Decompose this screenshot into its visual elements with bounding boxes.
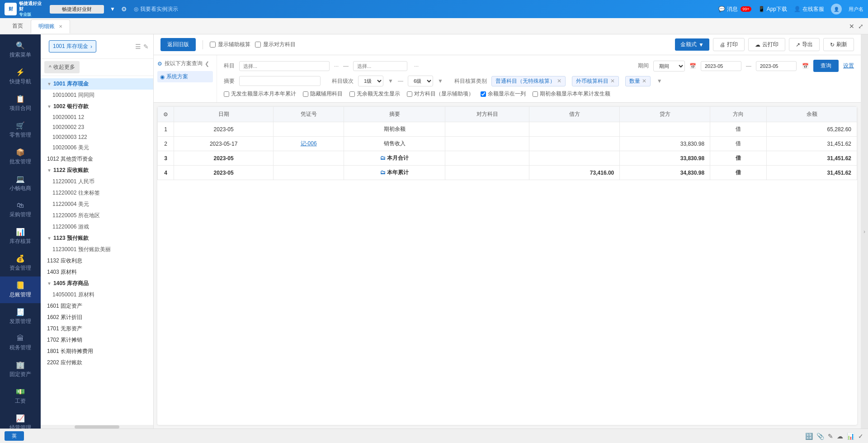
cloud-print-btn[interactable]: ☁ 云打印	[748, 38, 785, 51]
tree-node-14050001[interactable]: 14050001 原材料	[41, 289, 153, 300]
tree-node-1123[interactable]: ▼ 1123 预付账款	[41, 233, 153, 244]
tree-node-1601[interactable]: 1601 固定资产	[41, 300, 153, 312]
sidebar-item-purchase[interactable]: 🛍 采购管理	[0, 197, 41, 223]
settings-icon[interactable]: ⚙	[121, 5, 127, 13]
tree-node-10020003[interactable]: 10020003 122	[41, 132, 153, 142]
th-settings[interactable]: ⚙	[158, 107, 174, 122]
checkbox-hide-aux[interactable]: 隐藏辅用科目	[303, 90, 343, 98]
user-avatar[interactable]: 👤	[831, 4, 842, 14]
checkbox-no-balance[interactable]: 无余额无发生显示	[349, 90, 400, 98]
show-cumulative-checkbox[interactable]	[533, 91, 538, 97]
collapse-btn[interactable]: ^ 收起更多	[44, 61, 80, 73]
period-type-select[interactable]: 期间	[653, 61, 685, 71]
tree-node-1002[interactable]: ▼ 1002 银行存款	[41, 101, 153, 112]
sidebar-item-invoice[interactable]: 🧾 发票管理	[0, 303, 41, 330]
sidebar-item-project[interactable]: 📋 项目合同	[0, 90, 41, 117]
sidebar-item-salary[interactable]: 💵 工资	[0, 383, 41, 410]
tree-node-11230001[interactable]: 11230001 预付账款美丽	[41, 244, 153, 255]
tab-detail[interactable]: 明细账 ✕	[31, 19, 70, 33]
system-scheme-btn[interactable]: ◉ 系统方案	[157, 71, 213, 82]
level-end-select[interactable]: 6级	[408, 76, 433, 86]
bottom-icon-attach[interactable]: 📎	[816, 433, 824, 440]
amount-mode-btn[interactable]: 金额式 ▼	[675, 38, 709, 51]
tree-node-1122[interactable]: ▼ 1122 应收账款	[41, 165, 153, 176]
bottom-icon-edit[interactable]: ✎	[828, 433, 833, 440]
back-old-version-btn[interactable]: 返回旧版	[160, 38, 196, 51]
query-btn[interactable]: 查询	[813, 60, 839, 72]
tree-node-11220005[interactable]: 11220005 所在地区	[41, 210, 153, 221]
demo-link[interactable]: ◎ 我要看实例演示	[134, 5, 178, 13]
sidebar-item-tax[interactable]: 🏛 税务管理	[0, 330, 41, 356]
sidebar-item-capital[interactable]: 💰 资金管理	[0, 250, 41, 276]
sidebar-item-inventory[interactable]: 📊 库存核算	[0, 223, 41, 250]
print-btn[interactable]: 🖨 打印	[713, 38, 745, 51]
summary-input[interactable]	[239, 76, 321, 86]
hide-aux-checkbox[interactable]	[303, 91, 308, 97]
lang-btn[interactable]: 英	[5, 431, 24, 441]
tab-close-icon[interactable]: ✕	[59, 24, 62, 29]
tree-node-11220002[interactable]: 11220002 往来标签	[41, 187, 153, 199]
tree-node-1403[interactable]: 1403 原材料	[41, 267, 153, 278]
tab-close-btn[interactable]: ✕	[849, 23, 854, 30]
online-service-btn[interactable]: 👤 在线客服	[794, 5, 824, 13]
tree-node-10020006[interactable]: 10020006 美元	[41, 142, 153, 153]
tree-node-10020001[interactable]: 10020001 12	[41, 112, 153, 122]
tree-node-1602[interactable]: 1602 累计折旧	[41, 312, 153, 323]
period-end-input[interactable]	[756, 61, 797, 71]
tab-expand-btn[interactable]: ⤢	[858, 23, 863, 30]
sidebar-item-biz[interactable]: 📈 经营管理	[0, 410, 41, 429]
level-start-select[interactable]: 1级	[358, 76, 383, 86]
tree-node-10020002[interactable]: 10020002 23	[41, 122, 153, 132]
show-contra-checkbox[interactable]	[255, 42, 261, 48]
subject-input[interactable]	[239, 61, 330, 71]
sidebar-item-search[interactable]: 🔍 搜索菜单	[0, 37, 41, 63]
balance-one-col-checkbox[interactable]	[481, 91, 486, 97]
scheme-settings-icon[interactable]: ⚙	[157, 61, 162, 67]
tree-node-1405[interactable]: ▼ 1405 库存商品	[41, 278, 153, 289]
bottom-icon-cloud[interactable]: ☁	[837, 433, 843, 440]
tree-node-1012[interactable]: 1012 其他货币资金	[41, 153, 153, 165]
subject-input-2[interactable]	[353, 61, 407, 71]
category-dropdown-icon[interactable]: ▼	[657, 78, 662, 84]
row-voucher[interactable]: 记-006	[274, 137, 344, 151]
export-btn[interactable]: ↗ 导出	[789, 38, 820, 51]
filter-settings-btn[interactable]: 设置	[843, 62, 854, 70]
tree-node-1132[interactable]: 1132 应收利息	[41, 255, 153, 267]
tree-node-1702[interactable]: 1702 累计摊销	[41, 334, 153, 346]
sidebar-item-wholesale[interactable]: 📦 批发管理	[0, 143, 41, 170]
tag-close-icon-2[interactable]: ✕	[610, 78, 615, 84]
bottom-icon-chart[interactable]: 📊	[847, 433, 854, 440]
tab-home[interactable]: 首页	[5, 19, 31, 33]
tree-node-1701[interactable]: 1701 无形资产	[41, 323, 153, 334]
checkbox-no-occur[interactable]: 无发生额显示本月本年累计	[224, 90, 296, 98]
tree-node-1801[interactable]: 1801 长期待摊费用	[41, 346, 153, 357]
tree-node-11220004[interactable]: 11220004 美元	[41, 199, 153, 210]
no-balance-checkbox[interactable]	[349, 91, 355, 97]
show-aux-checkbox[interactable]	[210, 42, 216, 48]
window-dropdown-icon[interactable]: ▼	[110, 6, 115, 12]
period-calendar-icon[interactable]: 📅	[689, 63, 696, 69]
tree-node-2202[interactable]: 2202 应付账款	[41, 357, 153, 368]
tree-edit-icon[interactable]: ✎	[143, 43, 149, 50]
tag-close-icon-1[interactable]: ✕	[557, 78, 561, 84]
period-start-input[interactable]	[701, 61, 741, 71]
tree-node-11220001[interactable]: 11220001 人民币	[41, 176, 153, 187]
sidebar-item-assets[interactable]: 🏢 固定资产	[0, 356, 41, 383]
no-occur-checkbox[interactable]	[224, 91, 229, 97]
right-panel-toggle[interactable]: ›	[861, 34, 868, 429]
checkbox-show-cumulative[interactable]: 期初余额显示本年累计发生额	[533, 90, 610, 98]
sidebar-item-shortcut[interactable]: ⚡ 快捷导航	[0, 63, 41, 90]
show-contra-filter-checkbox[interactable]	[407, 91, 412, 97]
message-btn[interactable]: 💬 消息 99+	[718, 5, 751, 13]
checkbox-balance-one-col[interactable]: 余额显示在一列	[481, 90, 526, 98]
scheme-panel-collapse-icon[interactable]: ❮	[205, 61, 209, 67]
tag-close-icon-3[interactable]: ✕	[642, 78, 646, 84]
sidebar-item-retail[interactable]: 🛒 零售管理	[0, 117, 41, 143]
tree-selected-node[interactable]: 1001 库存现金 ›	[49, 40, 96, 52]
tree-settings-icon[interactable]: ☰	[135, 43, 141, 50]
tree-node-1001[interactable]: ▼ 1001 库存现金	[41, 78, 153, 90]
sidebar-item-ecommerce[interactable]: 💻 小畅电商	[0, 170, 41, 197]
bottom-icon-check[interactable]: ✓	[858, 433, 863, 440]
sidebar-item-ledger[interactable]: 📒 总账管理	[0, 276, 41, 303]
checkbox-show-contra[interactable]: 对方科目（显示辅助项）	[407, 90, 474, 98]
